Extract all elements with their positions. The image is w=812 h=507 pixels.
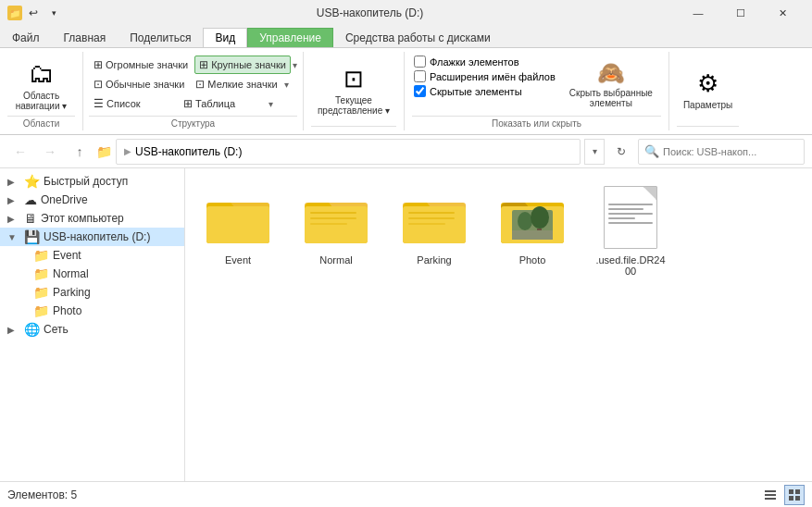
address-text: USB-накопитель (D:) [135, 145, 242, 158]
table-icon: ⊞ [183, 97, 193, 110]
address-bar[interactable]: ▶ USB-накопитель (D:) [116, 139, 581, 165]
list-btn[interactable]: ☰ Список [89, 94, 177, 113]
sidebar-item-usb-event[interactable]: 📁 Event [0, 246, 184, 265]
tab-manage[interactable]: Управление [247, 28, 333, 47]
huge-icons-btn[interactable]: ⊞ Огромные значки [89, 56, 193, 74]
close-button[interactable]: ✕ [762, 0, 805, 26]
small-icons-icon: ⊡ [195, 78, 205, 91]
nav-area-label: Областьнавигации ▾ [16, 91, 68, 111]
table-btn[interactable]: ⊞ Таблица [179, 94, 267, 113]
sidebar-item-usb-parking[interactable]: 📁 Parking [0, 283, 184, 302]
dropdown-btn[interactable]: ▾ [584, 139, 605, 165]
small-icons-btn[interactable]: ⊡ Мелкие значки [191, 75, 281, 93]
this-pc-icon: 🖥 [24, 211, 37, 226]
svg-rect-26 [789, 489, 793, 494]
file-item-used-file[interactable]: .used.file.DR2400 [589, 179, 672, 281]
huge-icons-label: Огромные значки [106, 59, 188, 70]
search-bar[interactable]: 🔍 [638, 139, 805, 165]
qat-dropdown[interactable]: ▾ [44, 4, 63, 22]
svg-rect-24 [765, 494, 776, 496]
hidden-checkbox[interactable]: Скрытые элементы [414, 85, 556, 97]
tab-share[interactable]: Поделиться [118, 28, 203, 47]
tab-main[interactable]: Главная [52, 28, 119, 47]
normal-icons-label: Обычные значки [106, 79, 184, 90]
up-button[interactable]: ↑ [67, 139, 93, 165]
svg-rect-7 [310, 217, 356, 219]
hide-selected-label: Скрыть выбранныеэлементы [569, 88, 653, 108]
view-mode-controls [760, 485, 805, 505]
svg-rect-13 [408, 223, 445, 225]
file-item-photo[interactable]: Photo [491, 179, 574, 281]
svg-point-19 [531, 206, 549, 229]
usb-icon: 💾 [24, 229, 40, 244]
normal-icons-btn[interactable]: ⊡ Обычные значки [89, 75, 189, 93]
sidebar-item-usb-normal[interactable]: 📁 Normal [0, 265, 184, 283]
more-btn-2[interactable]: ▾ [284, 80, 289, 90]
sidebar: ▶ ⭐ Быстрый доступ ▶ ☁ OneDrive ▶ 🖥 Этот… [0, 168, 185, 481]
quick-access-icon: ⭐ [24, 174, 40, 189]
file-item-event[interactable]: Event [196, 179, 280, 281]
more-btn-1[interactable]: ▾ [293, 60, 297, 70]
more-btn-3[interactable]: ▾ [269, 99, 273, 109]
sidebar-item-usb[interactable]: ▼ 💾 USB-накопитель (D:) [0, 228, 184, 246]
forward-button[interactable]: → [37, 139, 63, 165]
qat-undo[interactable]: ↩ [24, 4, 43, 22]
tab-file[interactable]: Файл [0, 28, 52, 47]
sidebar-item-this-pc[interactable]: ▶ 🖥 Этот компьютер [0, 209, 184, 228]
hide-selected-button[interactable]: 🙈 Скрыть выбранныеэлементы [563, 56, 659, 113]
tab-disk-tools[interactable]: Средства работы с дисками [333, 28, 503, 47]
file-item-normal[interactable]: Normal [294, 179, 378, 281]
show-hide-group-label: Показать или скрыть [412, 116, 661, 129]
list-view-btn[interactable] [760, 485, 781, 505]
nav-area-button[interactable]: 🗂 Областьнавигации ▾ [9, 54, 74, 116]
quick-access-label: Быстрый доступ [44, 175, 128, 188]
search-input[interactable] [663, 146, 798, 157]
svg-rect-25 [765, 498, 776, 500]
file-item-parking[interactable]: Parking [393, 179, 476, 281]
current-view-button[interactable]: ⊡ Текущеепредставление ▾ [311, 60, 396, 120]
window-controls: — ☐ ✕ [677, 0, 805, 26]
sidebar-item-onedrive[interactable]: ▶ ☁ OneDrive [0, 191, 184, 209]
file-area: Event Normal [185, 168, 812, 481]
minimize-button[interactable]: — [677, 0, 719, 26]
back-button[interactable]: ← [7, 139, 33, 165]
onedrive-label: OneDrive [41, 193, 88, 206]
expand-icon: ▼ [7, 232, 20, 242]
expand-icon: ▶ [7, 214, 20, 224]
params-button[interactable]: ⚙ Параметры [677, 65, 739, 115]
svg-rect-22 [512, 230, 553, 240]
folder-icon-photo: 📁 [33, 303, 49, 318]
search-icon: 🔍 [644, 144, 659, 158]
refresh-button[interactable]: ↻ [608, 139, 634, 165]
maximize-button[interactable]: ☐ [719, 0, 762, 26]
network-icon: 🌐 [24, 322, 40, 337]
expand-icon: ▶ [7, 195, 20, 205]
folder-icon-parking-large [401, 184, 468, 251]
sidebar-item-network[interactable]: ▶ 🌐 Сеть [0, 320, 184, 339]
svg-rect-11 [408, 212, 455, 214]
flags-checkbox[interactable]: Флажки элементов [414, 56, 556, 68]
folder-icon-photo-large [499, 184, 566, 251]
layout-group-label: Структура [89, 116, 297, 129]
large-icons-btn[interactable]: ⊞ Крупные значки [194, 56, 291, 74]
svg-rect-6 [310, 212, 356, 214]
path-icon: 📁 [96, 144, 112, 159]
sidebar-item-quick-access[interactable]: ▶ ⭐ Быстрый доступ [0, 172, 184, 191]
this-pc-label: Этот компьютер [41, 212, 124, 225]
file-name-parking: Parking [417, 254, 451, 266]
large-icons-icon: ⊞ [199, 58, 208, 71]
huge-icons-icon: ⊞ [94, 58, 103, 71]
hide-selected-icon: 🙈 [597, 60, 625, 86]
expand-icon: ▶ [7, 177, 20, 187]
extensions-checkbox[interactable]: Расширения имён файлов [414, 70, 556, 82]
table-label: Таблица [195, 98, 235, 109]
svg-rect-8 [310, 223, 347, 225]
folder-icon-small: 📁 [7, 6, 22, 20]
svg-point-18 [518, 212, 532, 230]
grid-view-btn[interactable] [784, 485, 805, 505]
file-name-normal: Normal [319, 254, 352, 266]
qat: 📁 ↩ ▾ [7, 4, 63, 22]
sidebar-item-usb-photo[interactable]: 📁 Photo [0, 302, 184, 320]
normal-label: Normal [53, 267, 89, 280]
tab-view[interactable]: Вид [203, 28, 247, 47]
